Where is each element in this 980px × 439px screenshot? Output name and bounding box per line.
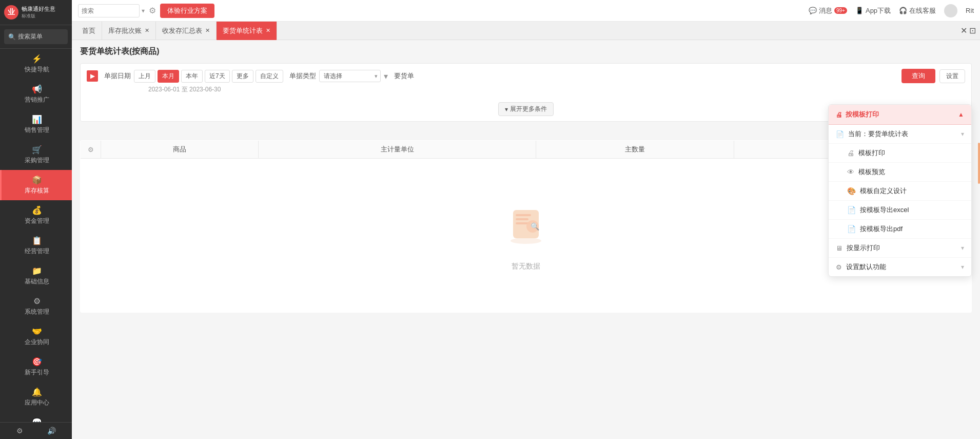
tab-close-button[interactable]: ✕ [961,26,967,35]
sidebar-item-inventory[interactable]: 📦 库存核算 [0,170,72,200]
type-label: 单据类型 [289,71,316,81]
sidebar-item-label: 应用中心 [25,398,49,407]
tab-home[interactable]: 首页 [76,22,102,40]
date-label: 单据日期 [104,71,131,81]
sidebar-item-basic[interactable]: 📁 基础信息 [0,261,72,291]
col-unit-label: 主计量单位 [381,145,414,153]
current-template-label: 当前：要货单统计表 [848,129,908,139]
search-menu-button[interactable]: 🔍 搜索菜单 [4,29,68,44]
sidebar-item-purchase[interactable]: 🛒 采购管理 [0,140,72,170]
sidebar-item-shortcut[interactable]: ⚡ 快捷导航 [0,49,72,79]
tab-receive-summary[interactable]: 收发存汇总表 ✕ [156,22,217,40]
dropdown-item-template-pdf[interactable]: 📄 按模板导出pdf [829,220,971,239]
dropdown-current-item[interactable]: 📄 当前：要货单统计表 ▾ [829,125,971,144]
sidebar-item-guide[interactable]: 🎯 新手引导 [0,352,72,382]
sidebar-item-label: 基础信息 [25,277,49,286]
sidebar-item-weixin[interactable]: 💬 企业微信 [0,412,72,422]
tab-expand-button[interactable]: ⊡ [969,26,976,35]
display-print-label: 按显示打印 [847,243,880,253]
scroll-indicator [978,143,980,184]
topbar-search-input[interactable] [78,4,140,17]
date-btn-last-7days[interactable]: 近7天 [205,70,230,83]
sidebar-speaker-button[interactable]: 🔊 [47,427,56,435]
tab-inventory-batch-close[interactable]: ✕ [145,27,149,34]
topbar-chevron-icon[interactable]: ▾ [142,7,145,14]
dropdown-display-print[interactable]: 🖥 按显示打印 ▾ [829,239,971,258]
template-excel-label: 按模板导出excel [860,205,909,215]
tab-inventory-batch-label: 库存批次账 [108,26,142,35]
date-btn-prev-month[interactable]: 上月 [134,70,155,83]
tab-home-label: 首页 [82,26,95,35]
app-download-label: App下载 [866,6,891,15]
app-download-item[interactable]: 📱 App下载 [855,6,891,15]
dropdown-current-left: 📄 当前：要货单统计表 [836,129,908,139]
tab-inventory-batch[interactable]: 库存批次账 ✕ [102,22,156,40]
template-print-icon: 🖨 [847,149,854,157]
template-print-label: 模板打印 [858,148,885,158]
type-select-chevron: ▾ [384,71,388,81]
svg-rect-2 [516,214,531,216]
current-template-chevron: ▾ [961,130,964,138]
type-select[interactable]: 请选择 [319,70,381,82]
topbar: ▾ ⚙ 体验行业方案 💬 消息 99+ 📱 App下载 🎧 在线客服 Rit [72,0,980,22]
dropdown-item-template-excel[interactable]: 📄 按模板导出excel [829,201,971,220]
expand-label: 展开更多条件 [510,105,547,113]
col-settings-icon[interactable]: ⚙ [88,146,94,154]
sidebar-item-sales[interactable]: 📊 销售管理 [0,109,72,140]
sidebar-settings-button[interactable]: ⚙ [16,427,23,435]
message-icon: 💬 [809,7,817,14]
col-quantity: 主数量 [536,141,734,159]
print-dropdown: 🖨 按模板打印 ▲ 📄 当前：要货单统计表 ▾ 🖨 模板打印 👁 [828,104,972,277]
default-settings-chevron: ▾ [961,263,964,271]
date-range-text: 2023-06-01 至 2023-06-30 [148,86,221,93]
filter-arrow-button[interactable]: ▶ [87,70,98,82]
sidebar-item-appstore[interactable]: 🔔 应用中心 [0,382,72,412]
sales-icon: 📊 [32,114,42,124]
sidebar-item-finance[interactable]: 💰 资金管理 [0,200,72,231]
col-unit: 主计量单位 [258,141,536,159]
tab-order-stats-close[interactable]: ✕ [266,27,270,34]
expand-filter-button[interactable]: ▾ 展开更多条件 [498,102,554,116]
current-template-icon: 📄 [836,130,844,138]
template-excel-icon: 📄 [847,206,856,214]
tab-receive-summary-label: 收发存汇总表 [162,26,202,35]
svg-text:🔍: 🔍 [531,222,540,231]
dropdown-item-template-print[interactable]: 🖨 模板打印 [829,144,971,163]
date-btn-current-month[interactable]: 本月 [158,70,179,83]
tab-receive-summary-close[interactable]: ✕ [205,27,210,34]
template-preview-icon: 👁 [847,168,854,176]
messages-item[interactable]: 💬 消息 99+ [809,6,847,15]
avatar[interactable] [944,4,957,17]
topbar-left: ▾ ⚙ 体验行业方案 [78,4,214,18]
tabs-bar-right: ✕ ⊡ [961,26,976,35]
sidebar-item-marketing[interactable]: 📢 营销推广 [0,79,72,109]
dropdown-display-left: 🖥 按显示打印 [836,243,880,253]
filter-row-1: ▶ 单据日期 上月 本月 本年 近7天 更多 自定义 单据类型 [87,69,965,83]
search-icon: 🔍 [8,33,16,41]
expand-icon: ▾ [505,106,508,113]
date-btn-more[interactable]: 更多 [232,70,253,83]
trial-button[interactable]: 体验行业方案 [160,4,214,18]
dropdown-item-template-preview[interactable]: 👁 模板预览 [829,163,971,182]
date-btn-custom[interactable]: 自定义 [256,70,283,83]
tab-order-stats[interactable]: 要货单统计表 ✕ [217,22,277,40]
content-area: 要货单统计表(按商品) ▶ 单据日期 上月 本月 本年 近7天 更多 自定义 [72,40,980,439]
dropdown-default-settings[interactable]: ⚙ 设置默认功能 ▾ [829,258,971,276]
sidebar-item-operation[interactable]: 📋 经营管理 [0,231,72,261]
filter-settings-button[interactable]: 设置 [939,69,965,83]
topbar-gear-icon[interactable]: ⚙ [149,6,156,15]
sidebar-item-enterprise[interactable]: 🤝 企业协同 [0,321,72,352]
date-btn-current-year[interactable]: 本年 [181,70,203,83]
query-button[interactable]: 查询 [901,69,935,83]
messages-label: 消息 [819,6,832,15]
date-filter-section: 单据日期 上月 本月 本年 近7天 更多 自定义 [104,70,283,83]
dropdown-chevron-up-icon[interactable]: ▲ [958,111,964,118]
app-badge: 标准版 [22,13,55,20]
type-select-wrap: 请选择 [319,70,381,82]
sidebar-item-system[interactable]: ⚙ 系统管理 [0,291,72,321]
logo-icon: 业 [4,5,18,20]
online-service-item[interactable]: 🎧 在线客服 [899,6,936,15]
sidebar-bottom: ⚙ 🔊 [0,422,72,439]
sidebar: 业 畅康通好生意 标准版 🔍 搜索菜单 ⚡ 快捷导航 📢 营销推广 📊 销售管理… [0,0,72,439]
dropdown-item-template-custom[interactable]: 🎨 模板自定义设计 [829,182,971,201]
